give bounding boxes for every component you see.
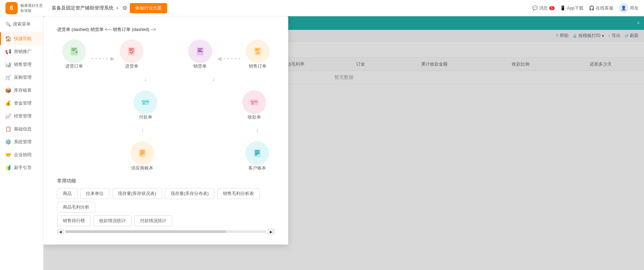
func-buttons-row2: 销售排行榜 收款情况统计 付款情况统计 bbox=[57, 215, 275, 226]
receipt-slip-icon: ¥ bbox=[242, 90, 266, 114]
func-btn-sales-margin[interactable]: 销售毛利分析表 bbox=[217, 188, 260, 199]
common-functions: 常用功能 商品 往来单位 现存量(库存状况表) 现存量(库存分布表) 销售毛利分… bbox=[57, 178, 275, 226]
modal-overlay: 进货单 (dashed) 销货单 <--- 销售订单 (dashed) --> bbox=[43, 16, 644, 270]
sidebar-item-sales[interactable]: 📊 销售管理 bbox=[0, 58, 43, 71]
func-btn-receipt-stats[interactable]: 收款情况统计 bbox=[93, 215, 132, 226]
logo-area: 6 畅康通好生意 标准版 bbox=[5, 2, 49, 14]
sales-slip-label: 销货单 bbox=[193, 63, 207, 69]
search-icon: 🔍 bbox=[5, 22, 11, 27]
func-buttons-row1: 商品 往来单位 现存量(库存状况表) 现存量(库存分布表) 销售毛利分析表 商品… bbox=[57, 188, 275, 213]
scroll-track[interactable] bbox=[65, 230, 266, 233]
svg-rect-8 bbox=[198, 50, 201, 51]
svg-rect-2 bbox=[72, 50, 75, 51]
sidebar-item-purchase[interactable]: 🛒 采购管理 bbox=[0, 71, 43, 84]
online-service-label: 在线客服 bbox=[596, 5, 613, 11]
svg-rect-7 bbox=[198, 49, 203, 49]
experience-btn[interactable]: 体验行业方案 bbox=[130, 3, 167, 13]
sidebar-item-label: 企业协同 bbox=[14, 152, 32, 158]
node-payment-slip[interactable]: ¥ 付款单 bbox=[125, 90, 166, 120]
flow-diagram: 进货单 (dashed) 销货单 <--- 销售订单 (dashed) --> bbox=[57, 26, 275, 171]
svg-rect-26 bbox=[255, 150, 260, 151]
purchase-slip-label: 进货单 bbox=[125, 63, 138, 69]
purchase-order-icon bbox=[62, 39, 86, 63]
payment-slip-label: 付款单 bbox=[139, 114, 152, 120]
svg-rect-21 bbox=[140, 150, 145, 151]
online-service-btn[interactable]: 🎧 在线客服 bbox=[589, 5, 613, 11]
user-name: 用友 bbox=[630, 5, 639, 11]
marketing-icon: 📢 bbox=[5, 49, 11, 55]
sidebar-item-inventory[interactable]: 📦 库存核算 bbox=[0, 84, 43, 97]
sales-icon: 📊 bbox=[5, 61, 11, 68]
message-btn[interactable]: 💬 消息 5 bbox=[532, 5, 555, 11]
sidebar-item-label: 基础信息 bbox=[14, 126, 32, 132]
svg-rect-9 bbox=[198, 51, 203, 52]
top-bar: 6 畅康通好生意 标准版 装备及固定资产辅助管理系统 ▾ ⚙ 体验行业方案 💬 … bbox=[0, 0, 644, 16]
supplier-ledger-icon bbox=[130, 141, 154, 165]
service-icon: 🎧 bbox=[589, 5, 594, 11]
sidebar-item-label: 营销推广 bbox=[14, 49, 32, 55]
sidebar-item-finance[interactable]: 💰 资金管理 bbox=[0, 97, 43, 110]
func-btn-stock-status[interactable]: 现存量(库存状况表) bbox=[112, 188, 162, 199]
sales-slip-icon bbox=[188, 39, 212, 63]
sidebar-item-collab[interactable]: 🤝 企业协同 bbox=[0, 148, 43, 161]
func-btn-stock-dist[interactable]: 现存量(库存分布表) bbox=[165, 188, 215, 199]
logo-line2: 标准版 bbox=[20, 8, 43, 13]
logo-icon: 6 bbox=[5, 2, 18, 14]
customer-ledger-icon bbox=[245, 141, 269, 165]
newguide-icon: 🔰 bbox=[5, 165, 11, 171]
system-title: 装备及固定资产辅助管理系统 bbox=[52, 5, 114, 11]
purchase-icon: 🛒 bbox=[5, 74, 11, 80]
node-supplier-ledger[interactable]: 供应商账本 bbox=[125, 141, 160, 171]
func-btn-sales-rank[interactable]: 销售排行榜 bbox=[57, 215, 91, 226]
message-label: 消息 bbox=[539, 5, 548, 11]
sidebar-item-marketing[interactable]: 📢 营销推广 bbox=[0, 45, 43, 58]
scroll-right-btn[interactable]: ▶ bbox=[268, 229, 275, 234]
node-sales-order[interactable]: 销售订单 bbox=[240, 39, 275, 69]
modal-scrollbar: ◀ ▶ bbox=[57, 229, 275, 234]
svg-rect-24 bbox=[140, 155, 143, 155]
svg-text:¥: ¥ bbox=[143, 102, 145, 105]
svg-rect-23 bbox=[140, 153, 145, 154]
quicknav-icon: 🏠 bbox=[5, 36, 11, 42]
user-area[interactable]: 👤 用友 bbox=[619, 3, 639, 13]
quick-nav-modal: 进货单 (dashed) 销货单 <--- 销售订单 (dashed) --> bbox=[43, 16, 288, 245]
func-btn-product[interactable]: 商品 bbox=[57, 188, 77, 199]
node-sales-slip[interactable]: 销货单 bbox=[183, 39, 217, 69]
svg-rect-13 bbox=[257, 52, 259, 54]
settings-icon[interactable]: ⚙ bbox=[122, 5, 127, 11]
sidebar-item-label: 采购管理 bbox=[14, 74, 32, 80]
svg-rect-5 bbox=[129, 50, 133, 51]
func-btn-product-margin[interactable]: 商品毛利分析 bbox=[57, 202, 95, 213]
func-btn-payment-stats[interactable]: 付款情况统计 bbox=[134, 215, 172, 226]
sidebar-item-quicknav[interactable]: 🏠 快捷导航 bbox=[0, 32, 43, 45]
node-purchase-slip[interactable]: 进货单 bbox=[115, 39, 149, 69]
sidebar-item-operation[interactable]: 📈 经营管理 bbox=[0, 110, 43, 123]
sidebar-item-label: 新手引导 bbox=[14, 165, 32, 171]
system-icon: ⚙️ bbox=[5, 139, 11, 145]
collab-icon: 🤝 bbox=[5, 152, 11, 158]
finance-icon: 💰 bbox=[5, 100, 11, 106]
node-purchase-order[interactable]: 进货订单 bbox=[57, 39, 91, 69]
svg-text:¥: ¥ bbox=[251, 102, 254, 105]
scroll-left-btn[interactable]: ◀ bbox=[57, 229, 64, 234]
payment-slip-icon: ¥ bbox=[134, 90, 157, 114]
message-badge: 5 bbox=[549, 6, 555, 10]
purchase-slip-icon bbox=[120, 39, 143, 63]
dropdown-arrow-icon[interactable]: ▾ bbox=[116, 6, 118, 11]
svg-rect-3 bbox=[128, 47, 135, 55]
sidebar-item-basic[interactable]: 📋 基础信息 bbox=[0, 123, 43, 136]
app-download-btn[interactable]: 📱 App下载 bbox=[560, 5, 584, 11]
sales-order-label: 销售订单 bbox=[249, 63, 266, 69]
sidebar-item-system[interactable]: ⚙️ 系统管理 bbox=[0, 136, 43, 148]
sidebar-item-newguide[interactable]: 🔰 新手引导 bbox=[0, 161, 43, 174]
func-btn-contacts[interactable]: 往来单位 bbox=[80, 188, 109, 199]
common-func-title: 常用功能 bbox=[57, 178, 275, 184]
operation-icon: 📈 bbox=[5, 113, 11, 119]
svg-rect-27 bbox=[255, 152, 260, 152]
app-download-label: App下载 bbox=[567, 5, 584, 11]
node-receipt-slip[interactable]: ¥ 收款单 bbox=[234, 90, 275, 120]
sidebar-item-label: 销售管理 bbox=[14, 61, 32, 68]
node-customer-ledger[interactable]: 客户账本 bbox=[240, 141, 275, 171]
search-menu-btn[interactable]: 🔍 搜索菜单 bbox=[3, 19, 40, 29]
svg-rect-10 bbox=[254, 47, 261, 55]
